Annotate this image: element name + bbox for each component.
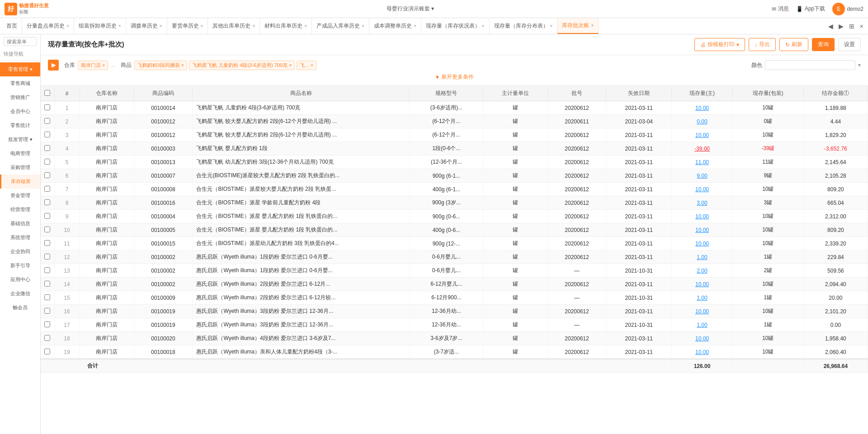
sidebar-item-finance[interactable]: 资金管理 [0,189,40,203]
row-select-checkbox[interactable] [44,308,50,314]
sidebar-item-wechat[interactable]: 企业微信 [0,287,40,301]
close-icon[interactable]: × [550,24,553,28]
sidebar-item-operation[interactable]: 经营管理 [0,203,40,217]
row-qty-main[interactable]: 10.00 [672,128,733,142]
row-qty-main[interactable]: 10.00 [672,332,733,345]
tab-11[interactable]: 库存批次账 × [557,18,599,34]
print-btn[interactable]: 🖨 按模板打印 ▾ [694,38,745,51]
user-menu[interactable]: E demo2 [832,3,863,15]
sidebar-item-ecommerce[interactable]: 电商管理 [0,146,40,160]
sidebar-item-retail-shop[interactable]: 零售商城 [0,76,40,90]
sidebar-item-retail-mgmt[interactable]: 零售管理 ▾ [0,62,40,76]
sidebar-item-app-center[interactable]: 应用中心 [0,273,40,287]
row-select-checkbox[interactable] [44,118,50,124]
expand-more-btn[interactable]: ▼ 展开更多条件 [48,73,861,81]
color-input[interactable] [765,60,855,70]
sidebar-item-guide[interactable]: 新手引导 [0,259,40,273]
row-qty-main[interactable]: 10.00 [672,305,733,318]
tab-1[interactable]: 分量盘点单历史 × [22,18,74,34]
sidebar-item-basic[interactable]: 基础信息 [0,217,40,231]
tab-9[interactable]: 现存量（库存状况表） × [421,18,490,34]
row-select-checkbox[interactable] [44,145,50,151]
tab-3[interactable]: 调拨单历史 × [126,18,167,34]
close-icon[interactable]: × [66,24,69,28]
company-selector[interactable]: 母婴行业演示账套 ▾ [387,5,434,13]
row-qty-main[interactable]: 10.00 [672,345,733,359]
tab-next-btn[interactable]: ▶ [836,23,846,30]
row-select-checkbox[interactable] [44,199,50,205]
remove-warehouse-btn[interactable]: × [102,62,105,68]
row-qty-main[interactable]: 2.00 [672,264,733,278]
row-qty-main[interactable]: 10.00 [672,278,733,291]
message-btn[interactable]: ✉ 消息 [772,5,789,13]
close-icon[interactable]: × [591,23,594,28]
tab-more-btn[interactable]: ⊞ [846,23,857,30]
tab-home[interactable]: 首页 [2,18,22,34]
row-qty-main[interactable]: 0.00 [672,115,733,128]
row-select-checkbox[interactable] [44,226,50,232]
row-select-checkbox[interactable] [44,254,50,259]
remove-product2-btn[interactable]: × [289,62,292,68]
row-qty-main[interactable]: 9.00 [672,169,733,183]
row-qty-main[interactable]: 1.00 [672,318,733,332]
row-select-checkbox[interactable] [44,186,50,192]
tab-prev-btn[interactable]: ◀ [826,23,836,30]
search-input[interactable] [4,37,37,46]
row-select-checkbox[interactable] [44,159,50,165]
filter-expand-btn[interactable]: ▶ [48,60,59,71]
sidebar-item-membership[interactable]: 畅会员 [0,301,40,315]
close-icon[interactable]: × [304,24,307,28]
sidebar-item-retail-stats[interactable]: 零售统计 [0,118,40,132]
tab-8[interactable]: 成本调整单历史 × [369,18,421,34]
row-qty-main[interactable]: 10.00 [672,223,733,237]
row-qty-main[interactable]: 10.00 [672,183,733,196]
export-btn[interactable]: ↓ 导出 [749,38,776,51]
row-qty-main[interactable]: 1.00 [672,291,733,305]
row-qty-main[interactable]: 10.00 [672,237,733,250]
close-icon[interactable]: × [118,24,121,28]
close-icon[interactable]: × [362,24,364,28]
remove-product3-btn[interactable]: × [311,62,313,68]
app-download-btn[interactable]: 📱 App下载 [796,5,825,13]
tab-6[interactable]: 材料出库单历史 × [260,18,312,34]
select-all-checkbox[interactable] [44,90,50,96]
tab-close-btn[interactable]: × [857,23,866,30]
tab-7[interactable]: 产成品入库单历史 × [312,18,369,34]
row-select-checkbox[interactable] [44,172,50,178]
sidebar-item-wholesale[interactable]: 批发管理 ▾ [0,132,40,146]
remove-product1-btn[interactable]: × [181,62,184,68]
close-icon[interactable]: × [201,24,203,28]
row-select-checkbox[interactable] [44,294,50,300]
close-icon[interactable]: × [482,24,485,28]
tab-2[interactable]: 组装拆卸单历史 × [74,18,126,34]
sidebar-item-inventory[interactable]: 库存核算 [0,175,40,189]
row-select-checkbox[interactable] [44,240,50,246]
query-btn[interactable]: 查询 [812,38,835,51]
close-icon[interactable]: × [160,24,162,28]
table-wrapper[interactable]: # 仓库名称 商品编码 商品名称 规格型号 主计量单位 批号 失效日期 现存量(… [41,86,868,434]
row-qty-main[interactable]: 10.00 [672,101,733,115]
sidebar-item-purchase[interactable]: 采购管理 [0,160,40,175]
row-select-checkbox[interactable] [44,132,50,137]
row-qty-main[interactable]: 11.00 [672,156,733,169]
refresh-btn[interactable]: ↻ 刷新 [779,38,808,51]
row-select-checkbox[interactable] [44,104,50,110]
sidebar-item-marketing[interactable]: 营销推广 [0,90,40,104]
row-select-checkbox[interactable] [44,335,50,341]
row-select-checkbox[interactable] [44,349,50,354]
sidebar-item-enterprise[interactable]: 企业协同 [0,245,40,259]
tab-10[interactable]: 现存量（库存分布表） × [490,18,558,34]
row-qty-main[interactable]: 3.00 [672,196,733,210]
tab-4[interactable]: 要货单历史 × [167,18,208,34]
close-icon[interactable]: × [414,24,416,28]
sidebar-item-member[interactable]: 会员中心 [0,104,40,118]
row-select-checkbox[interactable] [44,213,50,219]
row-select-checkbox[interactable] [44,281,50,287]
warehouse-more-btn[interactable]: ... [111,62,115,68]
sidebar-item-system[interactable]: 系统管理 [0,231,40,245]
tab-5[interactable]: 其他出库单历史 × [208,18,260,34]
row-qty-main[interactable]: 1.00 [672,250,733,264]
settings-btn[interactable]: 设置 [838,38,861,51]
row-select-checkbox[interactable] [44,267,50,273]
row-select-checkbox[interactable] [44,321,50,327]
